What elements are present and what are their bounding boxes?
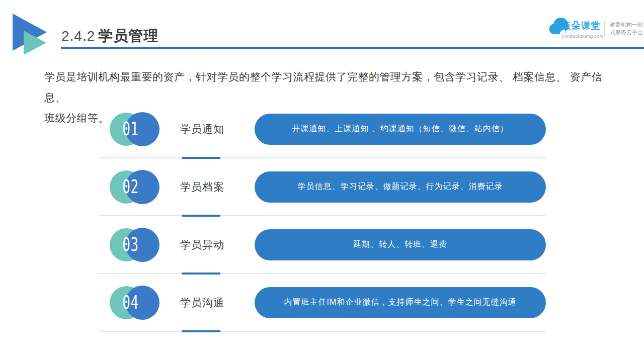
step-number: 03 (122, 234, 137, 256)
feature-description-pill: 学员信息、学习记录、做题记录、行为记录、消费记录 (255, 171, 546, 203)
feature-label: 学员异动 (165, 238, 240, 252)
brand-divider (604, 21, 605, 36)
feature-description: 开课通知、上课通知 、约课通知（短信、微信、站内信） (292, 124, 508, 134)
feature-row: 01 学员通知 开课通知、上课通知 、约课通知（短信、微信、站内信） (99, 101, 546, 158)
feature-description-pill: 延期、转人、转班、退费 (255, 229, 546, 260)
feature-label: 学员档案 (165, 180, 240, 194)
feature-label: 学员通知 (165, 122, 240, 136)
section-number: 2.4.2 (61, 28, 95, 44)
slide: 2.4.2学员管理 云朵课堂 yunduoketang.com 教育机构一站 式… (0, 0, 644, 362)
feature-description-pill: 内置班主任IM和企业微信，支持师生之间、学生之间无缝沟通 (255, 287, 546, 318)
feature-row: 04 学员沟通 内置班主任IM和企业微信，支持师生之间、学生之间无缝沟通 (99, 274, 546, 332)
title-underline-rule (61, 47, 644, 49)
feature-row: 02 学员档案 学员信息、学习记录、做题记录、行为记录、消费记录 (99, 158, 546, 216)
brand-domain: yunduoketang.com (562, 33, 603, 39)
label-accent-underline (182, 330, 220, 332)
page-title: 2.4.2学员管理 (61, 26, 158, 46)
feature-list: 01 学员通知 开课通知、上课通知 、约课通知（短信、微信、站内信） 02 学员… (99, 101, 546, 332)
brand-tagline: 教育机构一站 式服务云平台 (610, 21, 643, 36)
brand-name: 云朵课堂 (562, 20, 603, 32)
brand-tagline-line2: 式服务云平台 (610, 29, 643, 36)
step-number: 04 (122, 292, 137, 314)
section-title: 学员管理 (98, 28, 158, 44)
step-number: 01 (122, 118, 137, 140)
feature-row: 03 学员异动 延期、转人、转班、退费 (99, 216, 546, 274)
brand-tagline-line1: 教育机构一站 (610, 21, 643, 29)
feature-description: 内置班主任IM和企业微信，支持师生之间、学生之间无缝沟通 (284, 297, 517, 308)
feature-description: 延期、转人、转班、退费 (353, 239, 447, 250)
step-number: 02 (122, 176, 137, 198)
feature-description-pill: 开课通知、上课通知 、约课通知（短信、微信、站内信） (255, 114, 546, 145)
feature-description: 学员信息、学习记录、做题记录、行为记录、消费记录 (298, 182, 503, 192)
brand-block: 云朵课堂 yunduoketang.com (562, 20, 603, 39)
feature-label: 学员沟通 (165, 296, 240, 310)
